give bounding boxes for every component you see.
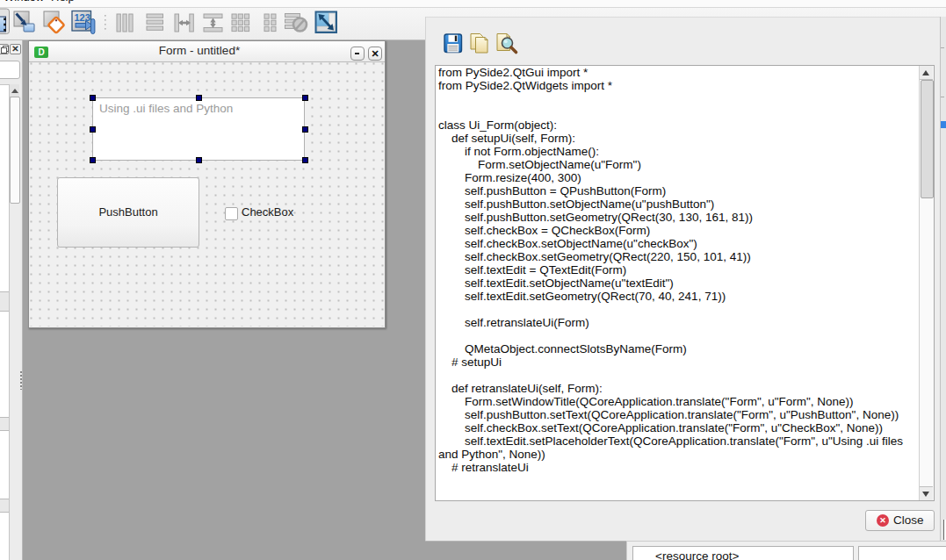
svg-text:123: 123 (75, 12, 90, 23)
